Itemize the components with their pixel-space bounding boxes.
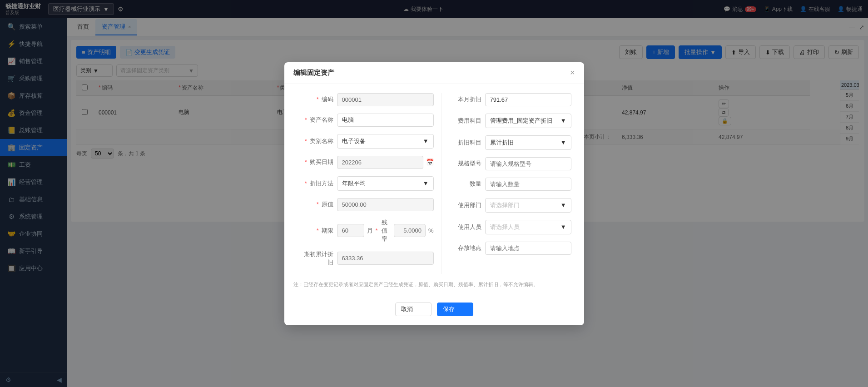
form-row-purchase-date: * 购买日期 📅 (301, 156, 434, 169)
spec-input[interactable] (485, 157, 571, 170)
chevron-down-icon: ▼ (560, 202, 566, 208)
code-label: * 编码 (301, 95, 337, 104)
category-label: * 类别名称 (301, 137, 337, 145)
form-right-col: 本月折旧 费用科目 管理费用_固定资产折旧 ▼ (441, 93, 579, 274)
form-row-expense-subject: 费用科目 管理费用_固定资产折旧 ▼ (449, 114, 571, 128)
department-select[interactable]: 请选择部门 ▼ (485, 198, 571, 213)
initial-depreciation-input[interactable] (337, 252, 434, 265)
form-row-monthly-depreciation: 本月折旧 (449, 93, 571, 106)
purchase-date-label: * 购买日期 (301, 158, 337, 166)
residual-rate-input[interactable] (394, 224, 426, 237)
spec-label: 规格型号 (449, 159, 485, 168)
depreciation-method-select[interactable]: 年限平均 ▼ (337, 176, 434, 191)
department-label: 使用部门 (449, 201, 485, 209)
expense-subject-select[interactable]: 管理费用_固定资产折旧 ▼ (485, 114, 571, 128)
form-row-category: * 类别名称 电子设备 ▼ (301, 134, 434, 149)
modal-close-button[interactable]: × (570, 69, 575, 77)
original-value-label: * 原值 (301, 200, 337, 208)
chevron-down-icon: ▼ (423, 138, 429, 144)
modal-body: * 编码 * 资产名称 (284, 84, 584, 297)
asset-name-label: * 资产名称 (301, 116, 337, 124)
depreciation-subject-select[interactable]: 累计折旧 ▼ (485, 135, 571, 150)
form-row-quantity: 数量 (449, 178, 571, 191)
form-row-initial-depreciation: 期初累计折旧 (301, 250, 434, 267)
depreciation-subject-label: 折旧科目 (449, 139, 485, 147)
form-row-department: 使用部门 请选择部门 ▼ (449, 198, 571, 213)
form-row-period: * 期限 月 * 残值率 % (301, 218, 434, 243)
personnel-label: 使用人员 (449, 223, 485, 231)
location-input[interactable] (485, 242, 571, 255)
form-row-location: 存放地点 (449, 242, 571, 255)
chevron-down-icon: ▼ (560, 117, 566, 124)
form-grid: * 编码 * 资产名称 (293, 93, 575, 274)
form-row-depreciation-method: * 折旧方法 年限平均 ▼ (301, 176, 434, 191)
location-label: 存放地点 (449, 244, 485, 252)
chevron-down-icon: ▼ (560, 223, 566, 230)
form-row-depreciation-subject: 折旧科目 累计折旧 ▼ (449, 135, 571, 150)
initial-depreciation-label: 期初累计折旧 (301, 250, 337, 267)
modal-header: 编辑固定资产 × (284, 62, 584, 84)
modal-title: 编辑固定资产 (293, 69, 334, 77)
monthly-depreciation-label: 本月折旧 (449, 95, 485, 104)
expense-subject-label: 费用科目 (449, 117, 485, 125)
purchase-date-input[interactable] (337, 156, 423, 169)
cancel-button[interactable]: 取消 (395, 303, 432, 316)
form-left-col: * 编码 * 资产名称 (293, 93, 441, 274)
modal-note: 注：已经存在变更记录或者对应固定资产已经生成凭证，原值、购买日期、残值率、累计折… (293, 281, 575, 288)
modal-overlay: 编辑固定资产 × * 编码 (0, 0, 868, 387)
monthly-depreciation-input[interactable] (485, 93, 571, 106)
code-input[interactable] (337, 93, 434, 106)
calendar-icon[interactable]: 📅 (426, 159, 434, 166)
chevron-down-icon: ▼ (423, 180, 429, 187)
period-input[interactable] (337, 224, 364, 237)
save-button[interactable]: 保存 (437, 303, 473, 316)
edit-fixed-asset-modal: 编辑固定资产 × * 编码 (284, 62, 584, 325)
original-value-input[interactable] (337, 198, 434, 211)
modal-footer: 取消 保存 (284, 297, 584, 325)
depreciation-method-label: * 折旧方法 (301, 179, 337, 188)
asset-name-input[interactable] (337, 114, 434, 127)
category-select[interactable]: 电子设备 ▼ (337, 134, 434, 149)
form-row-asset-name: * 资产名称 (301, 114, 434, 127)
form-row-original-value: * 原值 (301, 198, 434, 211)
period-label: * 期限 (301, 227, 337, 235)
form-row-personnel: 使用人员 请选择人员 ▼ (449, 220, 571, 234)
personnel-select[interactable]: 请选择人员 ▼ (485, 220, 571, 234)
quantity-input[interactable] (485, 178, 571, 191)
chevron-down-icon: ▼ (560, 139, 566, 146)
form-row-code: * 编码 (301, 93, 434, 106)
form-row-spec: 规格型号 (449, 157, 571, 170)
quantity-label: 数量 (449, 180, 485, 188)
